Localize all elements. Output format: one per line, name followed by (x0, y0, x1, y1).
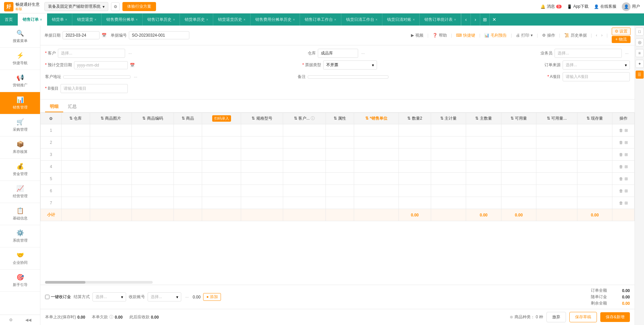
online-service-item[interactable]: 👤 在线客服 (594, 4, 616, 9)
tab-order-workbench[interactable]: 销售订单工作台 × (300, 13, 341, 26)
cell-action[interactable]: 🗑⊞ (612, 161, 635, 173)
tab-daily-workbench[interactable]: 钱货日清工作台 × (341, 13, 383, 26)
delete-icon[interactable]: 🗑 (619, 140, 623, 145)
prev-record-icon[interactable]: ‹ (596, 33, 597, 38)
tab-sales-bill-history[interactable]: 销货单历史 × (180, 13, 213, 26)
settings-gear-btn[interactable]: ⚙ (111, 2, 120, 11)
profit-btn[interactable]: 📊 毛利预告 (484, 33, 507, 38)
customer-input[interactable]: 选择... (58, 49, 125, 58)
add-payment-btn[interactable]: ● 添加 (203, 293, 221, 301)
tab-sales-order-history[interactable]: 销售订单历史 × (143, 13, 180, 26)
tab-sales-return[interactable]: 销货退货 × (72, 13, 102, 26)
close-icon[interactable]: × (173, 18, 175, 22)
remark-input[interactable] (308, 75, 388, 79)
rp-icon-2[interactable]: ◎ (636, 38, 644, 46)
tab-sales-fee[interactable]: 销售费用分摊单 × (102, 13, 143, 26)
tab-close-all-btn[interactable]: ✕ (489, 13, 499, 26)
close-icon[interactable]: × (334, 18, 336, 22)
tab-sales-order[interactable]: 销售订单 × (18, 13, 47, 26)
calendar-icon[interactable]: 📅 (102, 33, 107, 38)
delete-icon[interactable]: 🗑 (619, 201, 623, 205)
user-item[interactable]: 👤 用户 (622, 2, 640, 11)
next-record-icon[interactable]: › (601, 33, 603, 38)
video-btn[interactable]: ▶ 视频 (411, 33, 423, 38)
sidebar-item-system[interactable]: ⚙️ 系统管理 (0, 225, 40, 247)
history-btn[interactable]: 📜 历史单据 (564, 33, 587, 38)
operation-btn[interactable]: ⚙ 操作 (542, 33, 555, 38)
settings-bottom-icon[interactable]: ⚙ (9, 318, 13, 322)
account-more-icon[interactable]: ··· (184, 295, 190, 299)
salesperson-input[interactable]: 选择... (555, 49, 622, 58)
rp-icon-4[interactable]: ✦ (636, 60, 644, 68)
sidebar-item-finance[interactable]: 💰 资金管理 (0, 159, 40, 181)
app-download-item[interactable]: 📱 App下载 (567, 4, 589, 9)
delete-icon[interactable]: 🗑 (619, 176, 623, 181)
system-title[interactable]: 装备及固定资产辅助管理系统 ▾ (44, 2, 108, 11)
sidebar-item-guide[interactable]: 🎯 新手引导 (0, 270, 40, 292)
save-draft-btn[interactable]: 保存草稿 (569, 312, 597, 322)
b-project-input[interactable]: 请输入B项目 (61, 84, 128, 93)
tab-home[interactable]: 首页 (0, 13, 18, 26)
tab-next-btn[interactable]: › (470, 13, 480, 26)
one-click-deposit-label[interactable]: 一键收订金 (45, 294, 71, 300)
customer-addr-input[interactable] (63, 75, 130, 79)
save-new-btn[interactable]: 保存&新增 (600, 312, 630, 322)
order-no-input[interactable]: SO-20230324-001 (129, 31, 189, 39)
cell-action[interactable]: 🗑⊞ (612, 197, 635, 209)
tab-order-stats[interactable]: 销售订单统计表 × (420, 13, 461, 26)
order-source-select[interactable]: 选择... ▾ (563, 60, 630, 70)
settings-btn[interactable]: ⚙ 设置 (612, 28, 631, 35)
delete-icon[interactable]: 🗑 (619, 152, 623, 157)
tab-menu-btn[interactable]: ⊞ (480, 13, 489, 26)
close-icon[interactable]: × (136, 18, 138, 22)
close-icon[interactable]: × (40, 18, 42, 22)
addr-more-icon[interactable]: ··· (132, 75, 139, 79)
sidebar-item-business[interactable]: 📈 经营管理 (0, 181, 40, 203)
sidebar-item-inventory[interactable]: 📦 库存核算 (0, 136, 40, 159)
tab-return-history[interactable]: 销货退货历史 × (213, 13, 251, 26)
customer-more-icon[interactable]: ··· (127, 51, 133, 56)
close-icon[interactable]: × (454, 18, 456, 22)
col-settings[interactable]: ⚙ (41, 113, 62, 124)
sidebar-item-marketing[interactable]: 📢 营销推广 (0, 70, 40, 92)
copy-icon[interactable]: ⊞ (624, 201, 628, 205)
tab-fee-history[interactable]: 销售费用分摊单历史 × (251, 13, 300, 26)
cell-action[interactable]: 🗑⊞ (612, 185, 635, 197)
copy-icon[interactable]: ⊞ (624, 128, 628, 133)
sidebar-item-nav[interactable]: ⚡ 快捷导航 (0, 48, 40, 70)
rp-icon-5[interactable]: ☰ (636, 71, 644, 79)
delivery-date-input[interactable]: yyyy-mm-dd (74, 61, 128, 69)
cell-action[interactable]: 🗑⊞ (612, 124, 635, 136)
rp-icon-3[interactable]: ≡ (636, 49, 644, 57)
cell-action[interactable]: 🗑⊞ (612, 136, 635, 149)
tab-daily-reconcile[interactable]: 钱货日清对账 × (382, 13, 420, 26)
scroll-thumb[interactable] (45, 281, 85, 284)
copy-icon[interactable]: ⊞ (624, 189, 628, 193)
close-icon[interactable]: × (413, 18, 415, 22)
copy-icon[interactable]: ⊞ (624, 164, 628, 169)
salesperson-more-icon[interactable]: ··· (624, 51, 630, 56)
rp-icon-1[interactable]: □ (636, 28, 644, 36)
notification-item[interactable]: 🔔 消息 9 (540, 4, 562, 9)
tab-detail[interactable]: 明细 (45, 101, 63, 112)
copy-icon[interactable]: ⊞ (624, 152, 628, 157)
close-icon[interactable]: × (376, 18, 378, 22)
collapse-icon[interactable]: ◀◀ (25, 318, 31, 322)
account-select[interactable]: 选择... ▾ (148, 292, 181, 301)
sidebar-item-collab[interactable]: 🤝 企业协同 (0, 247, 40, 270)
calendar2-icon[interactable]: 📅 (130, 63, 135, 68)
industry-btn[interactable]: 体验行业方案 (122, 2, 156, 11)
sidebar-item-sales[interactable]: 📊 销售管理 (0, 92, 40, 114)
close-icon[interactable]: × (206, 18, 208, 22)
copy-icon[interactable]: ⊞ (624, 176, 628, 181)
close-icon[interactable]: × (94, 18, 97, 22)
discard-btn[interactable]: 放弃 (546, 312, 566, 322)
close-icon[interactable]: × (293, 18, 295, 22)
warehouse-input[interactable]: 成品库 (318, 49, 358, 58)
delete-icon[interactable]: 🗑 (619, 128, 623, 133)
settlement-select[interactable]: 选择... ▾ (92, 292, 126, 301)
close-icon[interactable]: × (243, 18, 245, 22)
sidebar-item-basic[interactable]: 📋 基础信息 (0, 203, 40, 225)
material-btn[interactable]: + 物流 (612, 36, 631, 43)
delete-icon[interactable]: 🗑 (619, 164, 623, 169)
